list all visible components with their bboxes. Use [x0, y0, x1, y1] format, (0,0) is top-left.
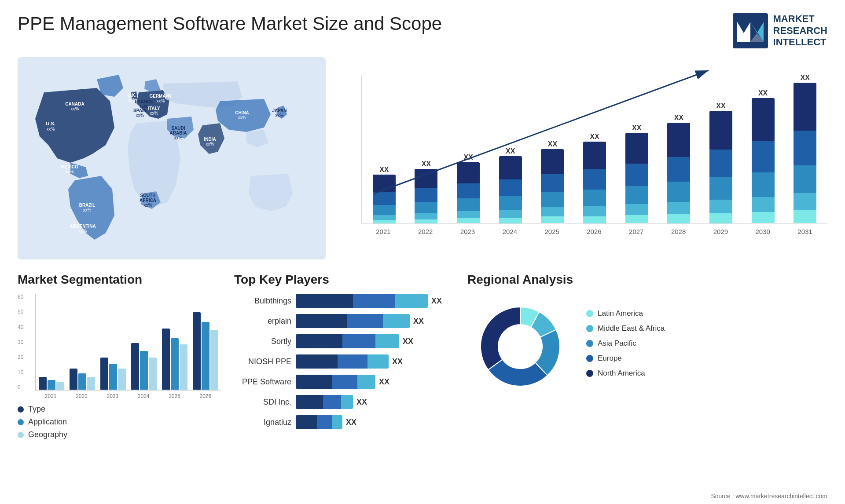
seg-legend-dot — [18, 406, 24, 413]
logo-container: MARKET RESEARCH INTELLECT — [733, 13, 827, 48]
x-label: 2030 — [744, 228, 782, 235]
players-container: Top Key Players BulbthingsXXerplainXXSor… — [234, 273, 454, 457]
seg-bar-group — [100, 358, 126, 390]
svg-text:xx%: xx% — [157, 99, 165, 103]
player-bar-wrap: XX — [296, 354, 454, 369]
bar-segment — [541, 216, 564, 223]
donut-area: Latin AmericaMiddle East & AfricaAsia Pa… — [467, 294, 827, 399]
seg-x-label: 2024 — [131, 393, 156, 399]
bar-segment — [794, 165, 816, 193]
bar-group: XX — [492, 147, 529, 223]
seg-x-label: 2023 — [100, 393, 125, 399]
bar-seg1 — [296, 314, 347, 328]
bar-segment — [583, 169, 606, 190]
x-label: 2024 — [491, 228, 529, 235]
seg-bar-segment — [39, 377, 47, 390]
bar-xx-label: XX — [632, 124, 641, 132]
logo-text: MARKET RESEARCH INTELLECT — [773, 13, 827, 48]
bar-segment — [583, 206, 606, 216]
players-list: BulbthingsXXerplainXXSortlyXXNIOSH PPEXX… — [234, 294, 454, 429]
svg-text:SPAIN: SPAIN — [133, 108, 147, 113]
seg-legend: TypeApplicationGeography — [18, 405, 221, 439]
svg-text:xx%: xx% — [174, 135, 183, 140]
svg-text:xx%: xx% — [144, 203, 152, 208]
regional-legend-item: Middle East & Africa — [586, 324, 665, 333]
seg-legend-dot — [18, 432, 24, 438]
svg-text:xx%: xx% — [47, 127, 55, 131]
player-name: Sortly — [234, 337, 291, 346]
bar-segment — [415, 202, 437, 213]
svg-text:xx%: xx% — [66, 169, 74, 174]
player-name: PPE Software — [234, 377, 291, 387]
main-container: PPE Management Software Market Size and … — [0, 0, 845, 504]
x-label: 2026 — [575, 228, 613, 235]
bar-seg2 — [323, 395, 341, 409]
seg-bar-segment — [162, 329, 170, 390]
bar-segment — [583, 190, 606, 206]
player-bar-wrap: XX — [296, 294, 454, 308]
svg-text:ITALY: ITALY — [148, 106, 160, 111]
seg-bar-group — [131, 343, 157, 390]
seg-y-label: 30 — [18, 339, 23, 345]
seg-legend-label: Geography — [28, 430, 67, 439]
seg-y-label: 20 — [18, 354, 23, 360]
bar-group: XX — [786, 74, 824, 223]
bar-segment — [709, 150, 732, 177]
svg-text:xx%: xx% — [79, 229, 87, 234]
bar-seg1 — [296, 415, 317, 429]
stacked-bar — [794, 83, 816, 223]
bar-segment — [794, 131, 816, 165]
players-title: Top Key Players — [234, 273, 454, 287]
seg-y-labels: 6050403020100 — [18, 294, 23, 391]
bar-group: XX — [534, 140, 572, 223]
bar-segment — [541, 207, 564, 216]
bar-seg2 — [347, 314, 383, 328]
seg-legend-item: Type — [18, 405, 221, 414]
svg-text:AFRICA: AFRICA — [140, 198, 156, 203]
regional-container: Regional Analysis Latin AmericaMiddle Ea… — [467, 273, 827, 457]
player-row: BulbthingsXX — [234, 294, 454, 308]
player-name: SDI Inc. — [234, 398, 291, 407]
x-label: 2031 — [786, 228, 824, 235]
seg-legend-dot — [18, 419, 24, 425]
seg-bar-segment — [149, 358, 157, 390]
player-xx: XX — [379, 377, 389, 387]
bar-segment — [457, 183, 480, 198]
bar-group: XX — [365, 166, 403, 223]
player-bar — [296, 415, 342, 429]
bar-seg3 — [395, 294, 428, 308]
bar-segment — [752, 98, 775, 141]
svg-text:xx%: xx% — [136, 113, 144, 118]
seg-x-label: 2021 — [38, 393, 63, 399]
svg-text:FRANCE: FRANCE — [135, 99, 153, 104]
seg-x-label: 2022 — [69, 393, 94, 399]
player-bar — [296, 375, 375, 389]
seg-bar-segment — [70, 369, 77, 390]
bar-seg1 — [296, 375, 332, 389]
svg-text:GERMANY: GERMANY — [149, 94, 172, 99]
player-xx: XX — [392, 357, 403, 366]
player-bar-wrap: XX — [296, 375, 454, 389]
stacked-bar — [457, 162, 480, 223]
bar-group: XX — [744, 89, 782, 223]
bar-segment — [709, 213, 732, 223]
legend-label: North America — [598, 369, 645, 378]
bar-seg1 — [296, 334, 342, 348]
svg-text:CANADA: CANADA — [65, 102, 84, 106]
bar-segment — [457, 162, 480, 183]
bar-segment — [709, 177, 732, 200]
svg-text:MEXICO: MEXICO — [61, 164, 78, 169]
player-row: NIOSH PPEXX — [234, 354, 454, 369]
svg-text:ARGENTINA: ARGENTINA — [70, 224, 96, 229]
bar-segment — [752, 212, 775, 223]
x-label: 2029 — [702, 228, 740, 235]
x-label: 2021 — [364, 228, 402, 235]
bar-seg1 — [296, 395, 323, 409]
player-name: Ignatiuz — [234, 418, 291, 427]
bar-segment — [373, 220, 396, 223]
bar-seg1 — [296, 354, 338, 369]
source-text: Source : www.marketresearchintellect.com — [711, 493, 827, 500]
seg-bar-segment — [87, 377, 95, 390]
bar-xx-label: XX — [674, 114, 683, 122]
stacked-bar — [415, 169, 437, 223]
